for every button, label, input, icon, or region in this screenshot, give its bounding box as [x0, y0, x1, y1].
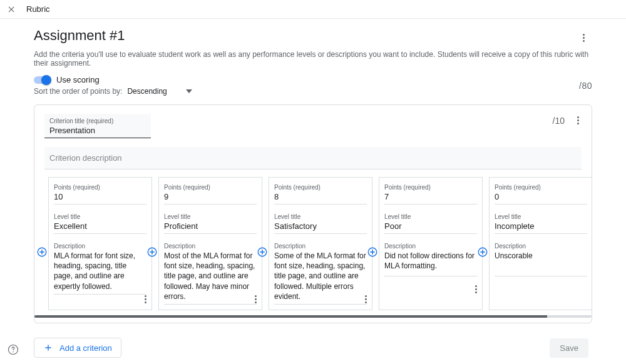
level-points-value: 7 [384, 191, 477, 201]
level-card: Points (required) 9 Level title Proficie… [158, 177, 262, 310]
level-description-field[interactable]: Description Did not follow directions fo… [384, 240, 477, 276]
level-overflow-menu-button[interactable] [362, 293, 369, 306]
level-points-label: Points (required) [54, 184, 146, 191]
level-description-label: Description [164, 243, 257, 250]
level-description-field[interactable]: Description Some of the MLA format for f… [274, 240, 367, 305]
add-criterion-button[interactable]: Add a criterion [34, 338, 121, 358]
criterion-title-label: Criterion title (required) [49, 118, 146, 124]
level-title-field[interactable]: Level title Satisfactory [274, 211, 367, 234]
add-criterion-label: Add a criterion [59, 343, 112, 353]
level-card: Points (required) 0 Level title Incomple… [489, 177, 592, 310]
save-button[interactable]: Save [550, 338, 588, 358]
level-points-value: 10 [54, 191, 146, 201]
level-points-label: Points (required) [384, 184, 477, 191]
chevron-down-icon [186, 89, 192, 93]
appbar: Rubric [0, 0, 626, 19]
level-description-label: Description [274, 243, 367, 250]
add-level-before-button[interactable] [477, 246, 490, 259]
add-level-before-button[interactable] [146, 246, 159, 259]
level-title-field[interactable]: Level title Excellent [54, 211, 146, 234]
levels-scrollbar-track[interactable] [34, 315, 592, 318]
level-points-field[interactable]: Points (required) 8 [274, 181, 367, 205]
level-description-value: Did not follow directions for MLA format… [384, 250, 477, 271]
help-icon[interactable] [8, 344, 20, 356]
level-description-value: Some of the MLA format for font size, he… [274, 250, 367, 301]
close-icon[interactable] [8, 5, 16, 14]
level-description-value: MLA format for font size, heading, spaci… [54, 250, 146, 291]
level-description-label: Description [495, 243, 587, 250]
level-description-label: Description [384, 243, 477, 250]
level-description-value: Most of the MLA format for font size, he… [164, 250, 257, 301]
level-title-field[interactable]: Level title Poor [384, 211, 477, 234]
footer: Add a criterion Save [34, 338, 588, 358]
controls-row: Use scoring Sort the order of points by:… [34, 75, 592, 96]
level-card: Points (required) 7 Level title Poor Des… [379, 177, 483, 310]
level-points-field[interactable]: Points (required) 7 [384, 181, 477, 205]
level-title-value: Satisfactory [274, 220, 367, 231]
level-description-label: Description [54, 243, 146, 250]
level-title-label: Level title [164, 213, 257, 220]
criterion-title-field[interactable]: Criterion title (required) Presentation [44, 114, 151, 138]
level-card: Points (required) 8 Level title Satisfac… [269, 177, 372, 310]
level-points-label: Points (required) [274, 184, 367, 191]
level-overflow-menu-button[interactable] [252, 293, 259, 306]
level-points-value: 9 [164, 191, 257, 201]
page-overflow-menu-button[interactable] [580, 31, 587, 44]
use-scoring-toggle[interactable] [34, 76, 50, 84]
add-level-before-button[interactable] [257, 246, 269, 259]
page-description: Add the criteria you'll use to evaluate … [34, 50, 592, 68]
level-card: Points (required) 10 Level title Excelle… [48, 177, 152, 310]
level-points-field[interactable]: Points (required) 10 [54, 181, 146, 205]
level-points-label: Points (required) [164, 184, 257, 191]
svg-point-6 [13, 351, 14, 353]
level-points-value: 0 [495, 191, 587, 201]
level-title-field[interactable]: Level title Incomplete [495, 211, 587, 234]
level-title-value: Proficient [164, 220, 257, 231]
level-title-label: Level title [495, 213, 587, 220]
level-description-value: Unscorable [495, 250, 587, 261]
level-overflow-menu-button[interactable] [473, 283, 480, 296]
level-points-value: 8 [274, 191, 367, 201]
criterion-description-field[interactable]: Criterion description [44, 147, 582, 169]
appbar-title: Rubric [26, 4, 50, 14]
level-description-field[interactable]: Description Unscorable [495, 240, 587, 276]
level-description-field[interactable]: Description Most of the MLA format for f… [164, 240, 257, 305]
criterion-overflow-menu-button[interactable] [575, 114, 582, 127]
level-title-label: Level title [274, 213, 367, 220]
criterion-title-value: Presentation [49, 124, 146, 138]
page-body: Assignment #1 Add the criteria you'll us… [0, 19, 626, 323]
add-level-before-button[interactable] [36, 246, 49, 259]
level-title-value: Incomplete [495, 220, 587, 231]
level-points-field[interactable]: Points (required) 0 [495, 181, 587, 205]
level-title-value: Poor [384, 220, 477, 231]
criterion-points: /10 [553, 116, 565, 126]
levels-scroll[interactable]: Points (required) 10 Level title Excelle… [34, 177, 592, 310]
page-title: Assignment #1 [34, 28, 592, 44]
total-points: /80 [579, 81, 592, 91]
level-title-value: Excellent [54, 220, 146, 231]
level-overflow-menu-button[interactable] [142, 293, 149, 306]
sort-order-value: Descending [127, 87, 167, 96]
criterion-card: Criterion title (required) Presentation … [34, 104, 592, 323]
level-points-label: Points (required) [495, 184, 587, 191]
add-level-before-button[interactable] [367, 246, 379, 259]
sort-label: Sort the order of points by: [34, 87, 122, 96]
level-title-label: Level title [384, 213, 477, 220]
level-description-field[interactable]: Description MLA format for font size, he… [54, 240, 146, 295]
level-title-label: Level title [54, 213, 146, 220]
level-title-field[interactable]: Level title Proficient [164, 211, 257, 234]
use-scoring-label: Use scoring [56, 75, 100, 84]
sort-order-select[interactable]: Descending [127, 87, 192, 96]
level-points-field[interactable]: Points (required) 9 [164, 181, 257, 205]
